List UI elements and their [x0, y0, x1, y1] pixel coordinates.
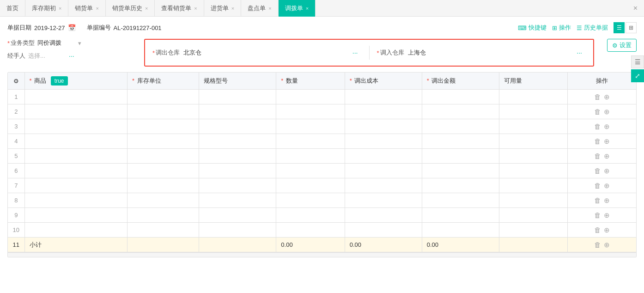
cell-product[interactable] [24, 193, 128, 208]
delete-icon[interactable]: 🗑 [594, 93, 601, 101]
cell-unit[interactable] [128, 149, 199, 164]
business-type-dropdown[interactable]: ▾ [78, 40, 81, 47]
copy-icon[interactable]: ⊕ [604, 152, 610, 160]
delete-icon[interactable]: 🗑 [594, 241, 601, 249]
tab-bar-close-btn[interactable]: × [627, 0, 644, 17]
copy-icon[interactable]: ⊕ [604, 167, 610, 175]
cell-cost[interactable] [345, 164, 422, 178]
calendar-icon[interactable]: 📅 [68, 24, 76, 31]
history-btn[interactable]: ☰ 历史单据 [577, 24, 608, 32]
cell-qty[interactable] [276, 208, 345, 223]
cell-unit[interactable] [128, 193, 199, 208]
cell-spec[interactable] [199, 164, 276, 178]
copy-icon[interactable]: ⊕ [604, 137, 610, 146]
cell-product[interactable] [24, 149, 128, 164]
copy-icon[interactable]: ⊕ [604, 241, 610, 249]
delete-icon[interactable]: 🗑 [594, 211, 601, 219]
copy-icon[interactable]: ⊕ [604, 93, 610, 101]
cell-amount[interactable] [422, 208, 499, 223]
cell-unit[interactable] [128, 119, 199, 134]
cell-qty[interactable] [276, 134, 345, 149]
cell-product[interactable] [24, 90, 128, 104]
delete-icon[interactable]: 🗑 [594, 152, 601, 160]
cell-unit[interactable] [128, 134, 199, 149]
cell-amount[interactable] [422, 193, 499, 208]
copy-icon[interactable]: ⊕ [604, 211, 610, 220]
cell-cost[interactable] [345, 134, 422, 149]
delete-icon[interactable]: 🗑 [594, 108, 601, 116]
handler-more-btn[interactable]: ··· [69, 52, 74, 60]
delete-icon[interactable]: 🗑 [594, 182, 601, 189]
warehouse-out-more-btn[interactable]: ··· [352, 49, 362, 56]
cell-qty[interactable] [276, 164, 345, 178]
grid-view-btn[interactable]: ⊞ [626, 22, 637, 33]
cell-qty[interactable] [276, 90, 345, 104]
cell-cost[interactable] [345, 90, 422, 104]
cell-product[interactable] [24, 119, 128, 134]
tab-close-inventory-init[interactable]: × [59, 6, 61, 11]
scroll-area[interactable] [8, 252, 636, 257]
tab-transfer[interactable]: 调拨单 × [279, 0, 316, 17]
cell-qty[interactable] [276, 104, 345, 119]
cell-cost[interactable] [345, 104, 422, 119]
delete-icon[interactable]: 🗑 [594, 196, 601, 204]
cell-unit[interactable] [128, 223, 199, 238]
cell-amount[interactable] [422, 90, 499, 104]
sidebar-list-btn[interactable]: ☰ [631, 55, 644, 68]
cell-cost[interactable] [345, 193, 422, 208]
cell-qty[interactable] [276, 178, 345, 193]
cell-unit[interactable] [128, 90, 199, 104]
delete-icon[interactable]: 🗑 [594, 137, 601, 145]
tab-home[interactable]: 首页 [0, 0, 25, 17]
cell-unit[interactable] [128, 178, 199, 193]
cell-spec[interactable] [199, 149, 276, 164]
tab-close-sales-history[interactable]: × [145, 6, 148, 11]
cell-qty[interactable] [276, 223, 345, 238]
cell-cost[interactable] [345, 223, 422, 238]
tab-inventory-init[interactable]: 库存期初 × [25, 0, 68, 17]
copy-icon[interactable]: ⊕ [604, 122, 610, 131]
cell-unit[interactable] [128, 164, 199, 178]
tab-close-stocktake[interactable]: × [268, 6, 271, 11]
cell-cost[interactable] [345, 149, 422, 164]
tab-close-sales-order[interactable]: × [96, 6, 98, 11]
shortcuts-btn[interactable]: ⌨ 快捷键 [518, 24, 547, 32]
cell-spec[interactable] [199, 134, 276, 149]
tab-view-sales[interactable]: 查看销货单 × [155, 0, 204, 17]
cell-unit[interactable] [128, 208, 199, 223]
sidebar-expand-btn[interactable]: ⤢ [631, 69, 644, 82]
delete-icon[interactable]: 🗑 [594, 122, 601, 130]
copy-icon[interactable]: ⊕ [604, 226, 610, 234]
cell-amount[interactable] [422, 134, 499, 149]
cell-product[interactable] [24, 208, 128, 223]
cell-spec[interactable] [199, 90, 276, 104]
cell-cost[interactable] [345, 208, 422, 223]
tab-stocktake[interactable]: 盘点单 × [241, 0, 278, 17]
tab-close-transfer[interactable]: × [306, 6, 309, 11]
warehouse-in-more-btn[interactable]: ··· [577, 49, 586, 56]
settings-btn[interactable]: ⚙ 设置 [607, 39, 637, 52]
handler-value[interactable]: 选择... [28, 52, 65, 60]
col-gear[interactable]: ⚙ [8, 73, 24, 90]
cell-product[interactable] [24, 134, 128, 149]
cell-amount[interactable] [422, 223, 499, 238]
cell-cost[interactable] [345, 178, 422, 193]
cell-unit[interactable] [128, 104, 199, 119]
copy-icon[interactable]: ⊕ [604, 196, 610, 205]
cell-amount[interactable] [422, 149, 499, 164]
operations-btn[interactable]: ⊞ 操作 [552, 24, 571, 32]
cell-amount[interactable] [422, 119, 499, 134]
cell-product[interactable] [24, 178, 128, 193]
cell-product[interactable] [24, 104, 128, 119]
tab-purchase[interactable]: 进货单 × [204, 0, 241, 17]
tab-sales-history[interactable]: 销货单历史 × [106, 0, 155, 17]
cell-spec[interactable] [199, 178, 276, 193]
delete-icon[interactable]: 🗑 [594, 226, 601, 234]
cell-spec[interactable] [199, 208, 276, 223]
delete-icon[interactable]: 🗑 [594, 167, 601, 175]
cell-product[interactable] [24, 164, 128, 178]
tab-close-purchase[interactable]: × [231, 6, 234, 11]
copy-icon[interactable]: ⊕ [604, 108, 610, 116]
cell-amount[interactable] [422, 178, 499, 193]
cell-qty[interactable] [276, 119, 345, 134]
